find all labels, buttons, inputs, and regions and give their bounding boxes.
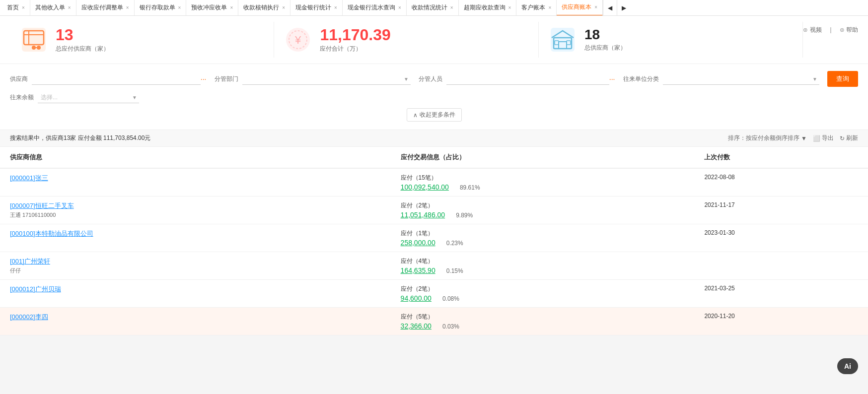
supplier-input[interactable] bbox=[32, 73, 201, 85]
payable-label: 应付（4笔） bbox=[401, 257, 685, 265]
table-row: [000002]李四应付（5笔） 32,366.00 0.03% 2020-11… bbox=[0, 308, 868, 335]
result-actions: 排序：按应付余额倒序排序 ▼ ⬜ 导出 ↻ 刷新 bbox=[728, 134, 858, 142]
export-label: 导出 bbox=[822, 134, 834, 142]
supplier-info-cell: [000007]恒旺二手叉车王通 17106110000 bbox=[0, 197, 391, 224]
nav-close-icon[interactable]: × bbox=[450, 5, 453, 10]
last-pay-date: 2022-08-08 bbox=[704, 174, 858, 181]
nav-close-icon[interactable]: × bbox=[22, 5, 25, 10]
payable-amount[interactable]: 11,051,486.00 bbox=[401, 211, 445, 219]
payable-percent: 89.61% bbox=[460, 184, 480, 191]
svg-point-5 bbox=[37, 46, 41, 50]
payable-percent: 0.08% bbox=[442, 295, 459, 302]
nav-close-icon[interactable]: × bbox=[398, 5, 401, 10]
payable-info-cell: 应付（2笔） 11,051,486.00 9.89% bbox=[391, 197, 695, 224]
video-btn[interactable]: ⊙ 视频 bbox=[803, 26, 821, 34]
payable-amount[interactable]: 100,092,540.00 bbox=[401, 183, 449, 191]
table-row: [000007]恒旺二手叉车王通 17106110000应付（2笔） 11,05… bbox=[0, 197, 868, 224]
refresh-icon: ↻ bbox=[840, 135, 845, 142]
last-pay-cell: 2023-01-30 bbox=[694, 224, 868, 252]
supplier-link[interactable]: [000100]本特勒油品有限公司 bbox=[10, 230, 93, 237]
query-button[interactable]: 查询 bbox=[827, 71, 858, 87]
payable-info-cell: 应付（4笔） 164,635.90 0.15% bbox=[391, 252, 695, 280]
nav-close-icon[interactable]: × bbox=[594, 4, 597, 10]
payable-amount[interactable]: 258,000.00 bbox=[401, 239, 435, 247]
balance-input[interactable] bbox=[38, 92, 139, 103]
payable-percent: 0.23% bbox=[446, 240, 463, 247]
payable-label: 应付（1笔） bbox=[401, 229, 685, 238]
nav-close-icon[interactable]: × bbox=[508, 5, 511, 10]
sort-btn[interactable]: 排序：按应付余额倒序排序 ▼ bbox=[728, 134, 807, 142]
payable-amount[interactable]: 164,635.90 bbox=[401, 266, 435, 274]
nav-bank-deposit[interactable]: 银行存取款单 × bbox=[135, 0, 187, 16]
search-row-1: 供应商 ··· 分管部门 ▼ 分管人员 ··· 往来单位分类 bbox=[10, 71, 858, 87]
supplier-link[interactable]: [000007]恒旺二手叉车 bbox=[10, 202, 74, 209]
nav-close-icon[interactable]: × bbox=[282, 5, 285, 10]
supplier-dots-btn[interactable]: ··· bbox=[201, 75, 207, 83]
supplier-link[interactable]: [000001]张三 bbox=[10, 174, 48, 182]
balance-label: 往来余额 bbox=[10, 93, 34, 102]
unit-type-input[interactable] bbox=[663, 73, 820, 85]
refresh-label: 刷新 bbox=[846, 134, 858, 142]
store-icon bbox=[549, 26, 577, 54]
supplier-table: 供应商信息 应付交易信息（占比） 上次付数 [000001]张三应付（15笔） … bbox=[0, 147, 868, 335]
dept-field: 分管部门 ▼ bbox=[215, 73, 411, 85]
person-label: 分管人员 bbox=[419, 75, 442, 83]
nav-left-arrow[interactable]: ◀ bbox=[603, 0, 617, 16]
supplier-info-cell: [000100]本特勒油品有限公司 bbox=[0, 224, 391, 252]
payable-percent: 9.89% bbox=[456, 212, 473, 219]
supplier-name: [000012]广州贝瑞 bbox=[10, 285, 381, 294]
supplier-contact: 仔仔 bbox=[10, 267, 381, 274]
col-payable-info: 应付交易信息（占比） bbox=[391, 147, 695, 168]
col-last-pay: 上次付数 bbox=[694, 147, 868, 168]
nav-home[interactable]: 首页 × bbox=[2, 0, 30, 16]
payable-label: 应付（2笔） bbox=[401, 285, 685, 293]
supplier-link[interactable]: [000012]广州贝瑞 bbox=[10, 285, 61, 293]
nav-ar-ap-adjust[interactable]: 应收应付调整单 × bbox=[76, 0, 135, 16]
supplier-link[interactable]: [001]广州荣轩 bbox=[10, 258, 50, 265]
nav-cash-bank-stat[interactable]: 现金银行统计 × bbox=[290, 0, 343, 16]
dept-input[interactable] bbox=[242, 73, 411, 85]
balance-field: 往来余额 ▼ bbox=[10, 92, 139, 103]
table-row: [001]广州荣轩仔仔应付（4笔） 164,635.90 0.15% bbox=[0, 252, 868, 280]
nav-close-icon[interactable]: × bbox=[178, 5, 181, 10]
nav-supplier-ledger[interactable]: 供应商账本 × bbox=[557, 0, 603, 16]
result-bar: 搜索结果中，供应商13家 应付金额 111,703,854.00元 排序：按应付… bbox=[0, 130, 868, 147]
payable-info-cell: 应付（5笔） 32,366.00 0.03% bbox=[391, 308, 695, 335]
nav-right-arrow[interactable]: ▶ bbox=[617, 0, 631, 16]
nav-overdue-query[interactable]: 超期应收款查询 × bbox=[459, 0, 517, 16]
last-pay-date: 2023-01-30 bbox=[704, 229, 858, 236]
col-supplier-info: 供应商信息 bbox=[0, 147, 391, 168]
stat-total-suppliers-label: 总供应商（家） bbox=[584, 44, 626, 52]
person-dots-btn[interactable]: ··· bbox=[609, 75, 615, 83]
nav-advance-offset[interactable]: 预收冲应收单 × bbox=[186, 0, 238, 16]
search-row-2: 往来余额 ▼ bbox=[10, 92, 858, 103]
nav-close-icon[interactable]: × bbox=[334, 5, 337, 10]
nav-close-icon[interactable]: × bbox=[230, 5, 233, 10]
nav-cash-bank-flow[interactable]: 现金银行流水查询 × bbox=[343, 0, 407, 16]
nav-payment-verify[interactable]: 收款核销执行 × bbox=[238, 0, 290, 16]
stat-payable-total: ¥ 11,170.39 应付合计（万） bbox=[274, 22, 538, 58]
nav-close-icon[interactable]: × bbox=[548, 5, 551, 10]
payable-amount[interactable]: 94,600.00 bbox=[401, 294, 432, 302]
help-btn[interactable]: ⊙ 帮助 bbox=[840, 26, 858, 34]
nav-close-icon[interactable]: × bbox=[126, 5, 129, 10]
refresh-btn[interactable]: ↻ 刷新 bbox=[840, 134, 858, 142]
stat-payable-total-text: 11,170.39 应付合计（万） bbox=[320, 27, 390, 53]
export-btn[interactable]: ⬜ 导出 bbox=[813, 134, 834, 142]
nav-close-icon[interactable]: × bbox=[68, 5, 71, 10]
supplier-link[interactable]: [000002]李四 bbox=[10, 313, 48, 321]
supplier-name: [001]广州荣轩 bbox=[10, 257, 381, 266]
supplier-info-cell: [000002]李四 bbox=[0, 308, 391, 335]
unit-type-label: 往来单位分类 bbox=[623, 75, 659, 83]
nav-customer-ledger[interactable]: 客户账本 × bbox=[516, 0, 557, 16]
unit-type-field: 往来单位分类 ▼ bbox=[623, 73, 820, 85]
payable-amount[interactable]: 32,366.00 bbox=[401, 322, 432, 330]
nav-collection-stat[interactable]: 收款情况统计 × bbox=[407, 0, 459, 16]
result-info: 搜索结果中，供应商13家 应付金额 111,703,854.00元 bbox=[10, 134, 150, 142]
collapse-button[interactable]: ∧ 收起更多条件 bbox=[407, 108, 462, 122]
table-row: [000001]张三应付（15笔） 100,092,540.00 89.61% … bbox=[0, 168, 868, 197]
nav-other-income[interactable]: 其他收入单 × bbox=[30, 0, 76, 16]
stat-total-num: 11,170.39 bbox=[320, 27, 390, 43]
person-input[interactable] bbox=[446, 73, 609, 85]
header-stats: 13 总应付供应商（家） ¥ 11,170.39 应付合计（万） bbox=[0, 16, 868, 64]
